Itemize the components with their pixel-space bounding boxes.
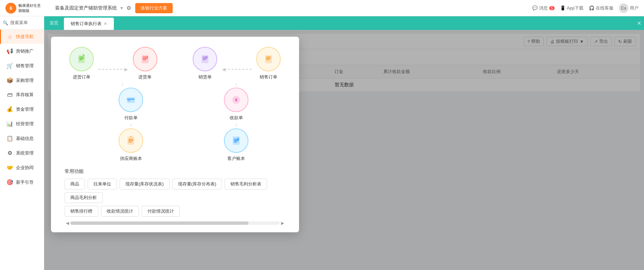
close-all-tabs[interactable]: ✕	[637, 20, 641, 26]
sidebar-item-system[interactable]: ⚙ 系统管理	[0, 146, 44, 160]
sidebar-item-enterprise[interactable]: 🤝 企业协同	[0, 160, 44, 175]
sidebar-item-operation[interactable]: 📊 经营管理	[0, 116, 44, 131]
enterprise-icon: 🤝	[6, 164, 13, 171]
sales-icon: 🛒	[6, 62, 13, 69]
tab-bar: 首页 销售订单执行表 ✕ ✕	[44, 16, 644, 30]
modal-overlay[interactable]: 进货订单 ▶	[44, 30, 644, 270]
sales-bill-circle[interactable]	[193, 47, 217, 71]
flow-node-supplier-account[interactable]: 供应商账本	[109, 128, 153, 162]
common-section: 常用功能 商品 往来单位 现存量(库存状况表) 现存量(库存分布表) 销售毛利分…	[65, 168, 285, 217]
receipt-circle[interactable]: ¥	[224, 88, 248, 112]
supplier-account-label: 供应商账本	[120, 156, 142, 162]
svg-rect-4	[265, 55, 272, 63]
app-download-action[interactable]: 📱 App下载	[560, 5, 584, 11]
common-btn-product[interactable]: 商品	[65, 179, 85, 190]
sidebar-item-finance[interactable]: 💰 资金管理	[0, 102, 44, 116]
tab-sales-order-exec[interactable]: 销售订单执行表 ✕	[64, 18, 114, 30]
customer-account-label: 客户账本	[227, 156, 245, 162]
sidebar-item-quick-nav[interactable]: ⌂ 快捷导航	[0, 30, 44, 44]
common-btn-sales-rank[interactable]: 销售排行榜	[65, 206, 98, 217]
sales-order-label: 销售订单	[260, 74, 277, 80]
arrow-sales-order-to-sales-bill: ◀	[222, 67, 251, 80]
common-btn-payment-stats[interactable]: 付款情况统计	[142, 206, 180, 217]
svg-text:¥: ¥	[234, 97, 238, 103]
common-section-title: 常用功能	[65, 168, 285, 175]
svg-rect-3	[205, 56, 208, 58]
purchase-order-label: 进货订单	[73, 74, 90, 80]
common-btn-stock-dist[interactable]: 现存量(库存分布表)	[172, 179, 222, 190]
logo-icon: 6	[5, 3, 16, 14]
guide-icon: 🎯	[6, 179, 13, 185]
finance-icon: 💰	[6, 106, 13, 112]
flow-node-receipt[interactable]: ¥ 收款单	[214, 88, 258, 121]
modal-scrollbar-area: ◀ ▶	[65, 221, 285, 226]
logo-text: 畅康通好生意 旗舰版	[18, 3, 41, 13]
content-area: 首页 销售订单执行表 ✕ ✕ ? 帮助	[44, 16, 644, 270]
sidebar-item-basic-info[interactable]: 📋 基础信息	[0, 131, 44, 146]
flow-node-purchase-order[interactable]: 进货订单	[65, 47, 99, 80]
sidebar-item-marketing[interactable]: 📢 营销推广	[0, 44, 44, 58]
logo-area: 6 畅康通好生意 旗舰版	[5, 3, 50, 14]
page-content: ? 帮助 🖨 按模板打印 ▼ ↗ 导出 ↻	[44, 30, 644, 270]
search-menu[interactable]: 🔍 搜索菜单	[0, 16, 44, 30]
flow-node-sales-order[interactable]: 销售订单	[251, 47, 285, 80]
online-service-action[interactable]: 🎧 在线客服	[589, 5, 613, 11]
payment-label: 付款单	[124, 115, 138, 121]
operation-icon: 📊	[6, 121, 13, 127]
customer-account-circle[interactable]	[224, 128, 248, 153]
modal-scrollbar[interactable]	[70, 221, 280, 225]
payment-circle[interactable]	[119, 88, 143, 112]
sales-order-circle[interactable]	[256, 47, 281, 71]
arrow-sales-bill-down: ↓	[235, 81, 238, 87]
home-icon: ⌂	[6, 34, 13, 40]
common-btns-row1: 商品 往来单位 现存量(库存状况表) 现存量(库存分布表) 销售毛利分析表 商品…	[65, 179, 285, 203]
gear-icon[interactable]: ⚙	[126, 5, 131, 11]
modal-dialog: 进货订单 ▶	[51, 37, 299, 232]
service-icon: 🎧	[589, 5, 594, 11]
receipt-label: 收款单	[230, 115, 243, 121]
app-wrapper: 6 畅康通好生意 旗舰版 装备及固定资产辅助管理系统 ▼ ⚙ 体验行业方案 💬 …	[0, 0, 644, 270]
common-btn-partners[interactable]: 往来单位	[88, 179, 117, 190]
sidebar-item-guide[interactable]: 🎯 新手引导	[0, 175, 44, 190]
message-badge: 5	[549, 6, 555, 10]
supplier-account-circle[interactable]	[119, 128, 143, 153]
common-btn-sales-gross[interactable]: 销售毛利分析表	[225, 179, 267, 190]
arrow-purchase-order-to-purchase: ▶	[99, 67, 128, 80]
search-icon: 🔍	[3, 20, 8, 25]
scroll-left-arrow[interactable]: ◀	[65, 221, 70, 226]
sidebar-item-sales[interactable]: 🛒 销售管理	[0, 58, 44, 73]
marketing-icon: 📢	[6, 48, 13, 54]
flow-node-sales-bill[interactable]: 销货单	[188, 47, 222, 80]
flow-node-payment[interactable]: 付款单	[109, 88, 153, 121]
arrow-payment-down: ↓	[129, 122, 132, 128]
message-action[interactable]: 💬 消息 5	[532, 5, 555, 11]
main-area: 🔍 搜索菜单 ⌂ 快捷导航 📢 营销推广 🛒 销售管理 📦 采购管理 🗃	[0, 16, 644, 270]
purchase-order-circle[interactable]	[69, 47, 94, 71]
arrow-purchase-down: ↓	[121, 81, 124, 87]
svg-rect-10	[130, 136, 132, 137]
user-action[interactable]: Ea 用户	[619, 3, 639, 13]
system-icon: ⚙	[6, 150, 13, 156]
sidebar: 🔍 搜索菜单 ⌂ 快捷导航 📢 营销推广 🛒 销售管理 📦 采购管理 🗃	[0, 16, 44, 270]
flow-section: 进货订单 ▶	[65, 47, 285, 162]
phone-icon: 📱	[560, 5, 565, 11]
common-btn-product-gross[interactable]: 商品毛利分析	[65, 192, 103, 203]
inventory-icon: 🗃	[6, 92, 13, 98]
common-btn-receipt-stats[interactable]: 收款情况统计	[101, 206, 139, 217]
sidebar-item-inventory[interactable]: 🗃 库存核算	[0, 88, 44, 102]
scroll-right-arrow[interactable]: ▶	[280, 221, 285, 226]
tab-close-icon[interactable]: ✕	[104, 21, 107, 26]
svg-rect-6	[128, 100, 130, 101]
basic-info-icon: 📋	[6, 135, 13, 142]
message-icon: 💬	[532, 5, 538, 11]
purchase-circle[interactable]	[133, 47, 157, 71]
flow-node-customer-account[interactable]: 客户账本	[214, 128, 258, 162]
sidebar-item-purchase[interactable]: 📦 采购管理	[0, 73, 44, 88]
svg-rect-0	[78, 55, 85, 63]
system-dropdown-icon[interactable]: ▼	[120, 6, 124, 11]
tab-home[interactable]: 首页	[44, 16, 64, 30]
common-btn-stock-status[interactable]: 现存量(库存状况表)	[120, 179, 170, 190]
top-actions: 💬 消息 5 📱 App下载 🎧 在线客服 Ea 用户	[532, 3, 639, 13]
trial-button[interactable]: 体验行业方案	[135, 3, 173, 13]
flow-node-purchase[interactable]: 进货单	[128, 47, 162, 80]
